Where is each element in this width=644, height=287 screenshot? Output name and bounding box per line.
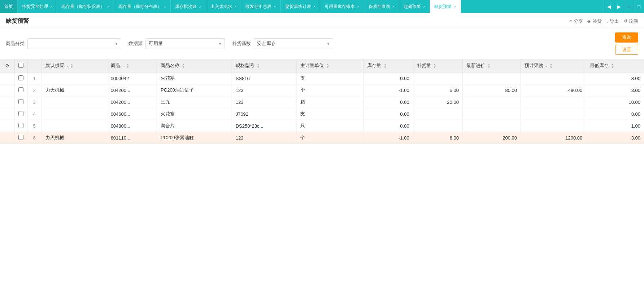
row-cell-code: 004800... [107, 120, 157, 132]
row-num: 6 [27, 132, 42, 144]
page-header: 缺货预警 ↗ 分享 ◈ 补货 ↓ 导出 ↺ 刷新 [0, 13, 644, 28]
export-icon: ↓ [606, 18, 609, 24]
nav-tab-close-inventory-dist[interactable]: × [164, 4, 166, 9]
nav-tab-expiry[interactable]: 保质期查询× [364, 0, 399, 13]
row-checkbox-cell [14, 96, 27, 108]
nav-tab-close-shortage[interactable]: × [454, 4, 456, 9]
nav-tab-collect[interactable]: 收发存汇总表× [241, 0, 280, 13]
nav-tab-home[interactable]: 首页 [0, 0, 18, 13]
row-cell-est_purchase [521, 72, 586, 84]
row-cell-stock: 0.00 [364, 108, 413, 120]
table-settings-icon: ⚙ [5, 63, 9, 69]
col-header-est-purchase[interactable]: 预计采购... ▲▼ [521, 59, 586, 72]
nav-tab-batch-account[interactable]: 库存批次账× [171, 0, 206, 13]
replenish-button[interactable]: ◈ 补货 [587, 18, 602, 25]
category-select[interactable] [27, 38, 121, 49]
row-cell-code: 004200... [107, 84, 157, 96]
nav-tab-close-flow[interactable]: × [234, 4, 236, 9]
row-cell-unit: 支 [297, 72, 364, 84]
row-cell-min_stock: 8.00 [586, 72, 644, 84]
export-label: 导出 [610, 18, 619, 25]
nav-prev-button[interactable]: ◀ [604, 0, 614, 13]
col-min-stock-label: 最低库存 [590, 63, 609, 68]
col-header-min-stock[interactable]: 最低库存 ▲▼ [586, 59, 644, 72]
row-checkbox[interactable] [18, 123, 23, 128]
col-header-latest-price[interactable]: 最新进价 ▲▼ [462, 59, 521, 72]
nav-tab-inventory-dist[interactable]: 现存量（库存分布表）× [114, 0, 171, 13]
nav-tab-close-purchase-stat[interactable]: × [313, 4, 316, 9]
row-cell-unit: 箱 [297, 96, 364, 108]
query-button[interactable]: 查询 [615, 32, 638, 43]
col-latest-price-label: 最新进价 [466, 63, 485, 68]
nav-minimize-button[interactable]: — [624, 0, 634, 13]
row-cell-supplier [42, 96, 107, 108]
col-header-checkbox[interactable] [14, 59, 27, 72]
col-header-spec[interactable]: 规格型号 ▲▼ [232, 59, 297, 72]
export-button[interactable]: ↓ 导出 [606, 18, 619, 25]
nav-tab-shortage[interactable]: 缺货预警× [430, 0, 461, 13]
refresh-label: 刷新 [629, 18, 638, 25]
nav-tab-available[interactable]: 可用量库存账本× [320, 0, 364, 13]
row-cell-unit: 只 [297, 120, 364, 132]
row-checkbox-cell [14, 120, 27, 132]
replenish-basis-select[interactable]: 安全库存 [254, 38, 333, 49]
table-header-row: ⚙ 默认供应... ▲▼ 商品... ▲▼ 商品名称 [0, 59, 644, 72]
select-all-checkbox[interactable] [18, 63, 23, 68]
datasource-label: 数据源 [129, 40, 143, 47]
row-cell-latest_price [462, 72, 521, 84]
settings-button[interactable]: 设置 [615, 45, 638, 55]
col-header-supplier[interactable]: 默认供应... ▲▼ [42, 59, 107, 72]
nav-tab-label-exception: 拣货异常处理 [22, 4, 48, 10]
row-cell-est_purchase: 480.00 [521, 84, 586, 96]
nav-tab-close-inventory-status[interactable]: × [107, 4, 109, 9]
share-button[interactable]: ↗ 分享 [568, 18, 583, 25]
replenish-basis-label: 补货基数 [232, 40, 251, 47]
col-header-name[interactable]: 商品名称 ▲▼ [157, 59, 232, 72]
row-checkbox[interactable] [18, 135, 23, 140]
nav-tab-close-exception[interactable]: × [50, 4, 52, 9]
row-cell-unit: 个 [297, 132, 364, 144]
row-cell-min_stock: 3.00 [586, 132, 644, 144]
nav-tab-close-overstock[interactable]: × [423, 4, 425, 9]
col-header-code[interactable]: 商品... ▲▼ [107, 59, 157, 72]
nav-next-button[interactable]: ▶ [614, 0, 624, 13]
col-header-replenish[interactable]: 补货量 ▲▼ [413, 59, 462, 72]
nav-tab-flow[interactable]: 出入库流水× [206, 0, 241, 13]
filter-actions: 查询 设置 [615, 32, 638, 55]
nav-tab-overstock[interactable]: 超储预警× [399, 0, 430, 13]
nav-tab-exception[interactable]: 拣货异常处理× [18, 0, 57, 13]
col-header-unit[interactable]: 主计量单位 ▲▼ [297, 59, 364, 72]
nav-tab-close-batch-account[interactable]: × [199, 4, 201, 9]
row-checkbox[interactable] [18, 99, 23, 104]
nav-tab-purchase-stat[interactable]: 要货单统计表× [281, 0, 320, 13]
row-cell-supplier: 力天机械 [42, 132, 107, 144]
col-name-label: 商品名称 [161, 63, 179, 68]
row-cell-supplier: 力天机械 [42, 84, 107, 96]
table-row: 2力天机械004200...PC200油缸缸子123个-1.006.0080.0… [0, 84, 644, 96]
nav-tab-close-available[interactable]: × [357, 4, 359, 9]
row-num: 4 [27, 108, 42, 120]
nav-tab-inventory-status[interactable]: 现存量（库存状况表）× [57, 0, 114, 13]
row-checkbox[interactable] [18, 75, 23, 80]
sort-unit-icon: ▲▼ [326, 63, 329, 69]
row-checkbox[interactable] [18, 111, 23, 116]
sort-est-purchase-icon: ▲▼ [550, 63, 553, 69]
datasource-select[interactable]: 可用量 [145, 38, 225, 49]
nav-maximize-button[interactable]: □ [634, 0, 644, 13]
row-settings-cell [0, 84, 14, 96]
nav-tab-close-collect[interactable]: × [274, 4, 276, 9]
row-num: 1 [27, 72, 42, 84]
data-table: ⚙ 默认供应... ▲▼ 商品... ▲▼ 商品名称 [0, 59, 644, 144]
nav-tab-label-overstock: 超储预警 [404, 4, 421, 10]
refresh-button[interactable]: ↺ 刷新 [623, 18, 638, 25]
replenish-basis-value: 安全库存 [257, 40, 276, 47]
row-checkbox-cell [14, 72, 27, 84]
row-num: 3 [27, 96, 42, 108]
table-row: 5004800...离合片DS250*23c...只0.001.00 [0, 120, 644, 132]
nav-tab-close-expiry[interactable]: × [392, 4, 395, 9]
col-header-settings[interactable]: ⚙ [0, 59, 14, 72]
row-cell-spec: J7092 [232, 108, 297, 120]
row-cell-min_stock: 3.00 [586, 84, 644, 96]
row-checkbox[interactable] [18, 87, 23, 92]
col-header-stock[interactable]: 库存量 ▲▼ [364, 59, 413, 72]
